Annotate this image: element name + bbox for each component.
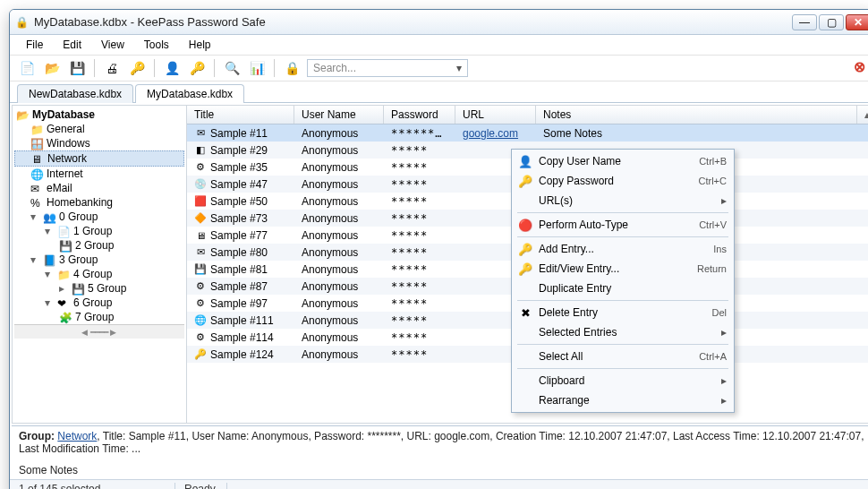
search-input[interactable]: Search... [307, 59, 468, 77]
maximize-button[interactable] [819, 14, 844, 30]
menu-tools[interactable]: Tools [135, 37, 178, 53]
entry-title: Sample #47 [210, 178, 268, 191]
expander-icon[interactable]: ▾ [45, 268, 54, 280]
col-url[interactable]: URL [455, 106, 536, 124]
add-entry-icon[interactable]: 🔑 [127, 58, 147, 78]
entry-notes: Some Notes [536, 127, 868, 140]
tree-item-7-group[interactable]: 🧩7 Group [14, 310, 184, 324]
copy-pass-icon[interactable]: 🔑 [187, 58, 207, 78]
menu-item-label: Delete Entry [539, 306, 711, 319]
save-icon[interactable]: 💾 [67, 58, 87, 78]
keepass-window: 🔒 MyDatabase.kdbx - KeePass Password Saf… [9, 9, 868, 489]
entry-password: ***** [384, 229, 455, 242]
status-ready: Ready. [175, 483, 227, 490]
tree-item-email[interactable]: ✉eMail [14, 181, 184, 195]
menu-item-select-all[interactable]: Select AllCtrl+A [514, 347, 732, 366]
expander-icon[interactable]: ▾ [45, 225, 54, 237]
menu-file[interactable]: File [17, 37, 52, 53]
window-title: MyDatabase.kdbx - KeePass Password Safe [34, 15, 792, 29]
tree-item-label: eMail [47, 182, 72, 194]
menu-item-label: Duplicate Entry [539, 282, 727, 295]
col-password[interactable]: Password [384, 106, 455, 124]
menu-item-label: Copy Password [539, 175, 699, 187]
tree-item-network[interactable]: 🖥Network [14, 150, 184, 167]
menu-item-perform-auto-type[interactable]: 🔴Perform Auto-TypeCtrl+V [514, 215, 732, 235]
tree-item-2-group[interactable]: 💾2 Group [14, 238, 184, 253]
group-icon: 🪟 [30, 138, 43, 149]
close-button[interactable] [846, 14, 868, 30]
col-username[interactable]: User Name [294, 106, 384, 124]
tree-scrollbar[interactable] [14, 324, 184, 339]
tree-item-homebanking[interactable]: %Homebanking [14, 195, 184, 210]
entry-icon: ⚙ [194, 331, 207, 343]
menu-item-label: Edit/View Entry... [539, 262, 697, 275]
tree-item-label: 6 Group [73, 296, 112, 309]
tree-item-windows[interactable]: 🪟Windows [14, 136, 184, 150]
find-icon[interactable]: 🔍 [222, 58, 242, 78]
menu-item-selected-entries[interactable]: Selected Entries [514, 322, 732, 342]
tab-mydatabase-kdbx[interactable]: MyDatabase.kdbx [135, 84, 244, 103]
open-folder-icon[interactable]: 📂 [42, 58, 62, 78]
entry-password: ***** [384, 263, 455, 276]
minimize-button[interactable] [792, 14, 817, 30]
tree-item-general[interactable]: 📁General [14, 122, 184, 136]
view-icon[interactable]: 📊 [247, 58, 267, 78]
tree-item-4-group[interactable]: ▾📁4 Group [14, 267, 184, 281]
menu-item-rearrange[interactable]: Rearrange [514, 390, 732, 410]
scroll-up-icon[interactable]: ▴ [857, 106, 868, 124]
expander-icon[interactable]: ▾ [30, 210, 39, 223]
entry-password: ***** [384, 246, 455, 259]
menu-item-delete-entry[interactable]: ✖Delete EntryDel [514, 303, 732, 322]
col-notes[interactable]: Notes [536, 106, 857, 124]
menu-item-shortcut: Return [697, 263, 727, 274]
entry-row[interactable]: ✉Sample #11Anonymous********google.comSo… [187, 124, 868, 142]
tree-item-6-group[interactable]: ▾❤6 Group [14, 296, 184, 310]
entry-url[interactable]: google.com [455, 127, 536, 140]
menu-item-label: URL(s) [539, 194, 716, 207]
tree-item-3-group[interactable]: ▾📘3 Group [14, 253, 184, 267]
lock-icon[interactable]: 🔒 [282, 58, 302, 78]
expander-icon[interactable]: ▾ [45, 296, 54, 309]
search-dropdown-icon[interactable] [456, 62, 462, 74]
tree-item-label: General [47, 123, 85, 135]
menu-item-add-entry-[interactable]: 🔑Add Entry...Ins [514, 239, 732, 259]
expander-icon[interactable]: ▸ [59, 282, 68, 295]
titlebar[interactable]: 🔒 MyDatabase.kdbx - KeePass Password Saf… [10, 10, 868, 35]
menu-help[interactable]: Help [180, 37, 220, 53]
entry-title: Sample #73 [210, 212, 268, 225]
menu-item-icon: 🔑 [517, 243, 533, 256]
entry-username: Anonymous [294, 348, 384, 361]
expander-icon[interactable]: ▾ [30, 253, 39, 266]
menu-item-shortcut: Ins [713, 244, 727, 254]
tab-newdatabase-kdbx[interactable]: NewDatabase.kdbx [17, 84, 133, 103]
entry-password: ***** [384, 195, 455, 208]
tree-item-label: 3 Group [59, 253, 98, 266]
tree-item-1-group[interactable]: ▾📄1 Group [14, 224, 184, 238]
details-group-link[interactable]: Network [57, 430, 97, 442]
tree-item-internet[interactable]: 🌐Internet [14, 167, 184, 181]
new-file-icon[interactable]: 📄 [17, 58, 37, 78]
entry-username: Anonymous [294, 263, 384, 276]
menu-item-copy-password[interactable]: 🔑Copy PasswordCtrl+C [514, 171, 732, 191]
toolbar-close-icon[interactable]: ⊗ [849, 58, 868, 78]
col-title[interactable]: Title [187, 106, 294, 124]
tree-item-mydatabase[interactable]: 📂MyDatabase [14, 107, 184, 122]
entry-icon: ◧ [194, 144, 207, 156]
menu-item-url-s-[interactable]: URL(s) [514, 191, 732, 210]
menu-item-clipboard[interactable]: Clipboard [514, 371, 732, 390]
menu-item-copy-user-name[interactable]: 👤Copy User NameCtrl+B [514, 151, 732, 171]
print-icon[interactable]: 🖨 [102, 58, 122, 78]
menu-item-duplicate-entry[interactable]: Duplicate Entry [514, 279, 732, 298]
menu-view[interactable]: View [92, 37, 133, 53]
toolbar-separator [154, 59, 155, 77]
tree-item-5-group[interactable]: ▸💾5 Group [14, 281, 184, 296]
tree-item-0-group[interactable]: ▾👥0 Group [14, 210, 184, 224]
entry-password: ******** [384, 127, 455, 140]
menu-item-edit-view-entry-[interactable]: 🔑Edit/View Entry...Return [514, 259, 732, 279]
details-pane: Group: Network, Title: Sample #11, User … [12, 425, 868, 479]
copy-user-icon[interactable]: 👤 [162, 58, 182, 78]
details-notes: Some Notes [19, 464, 867, 476]
entry-password: ***** [384, 212, 455, 225]
group-tree[interactable]: 📂MyDatabase📁General🪟Windows🖥Network🌐Inte… [13, 106, 187, 423]
menu-edit[interactable]: Edit [54, 37, 90, 53]
